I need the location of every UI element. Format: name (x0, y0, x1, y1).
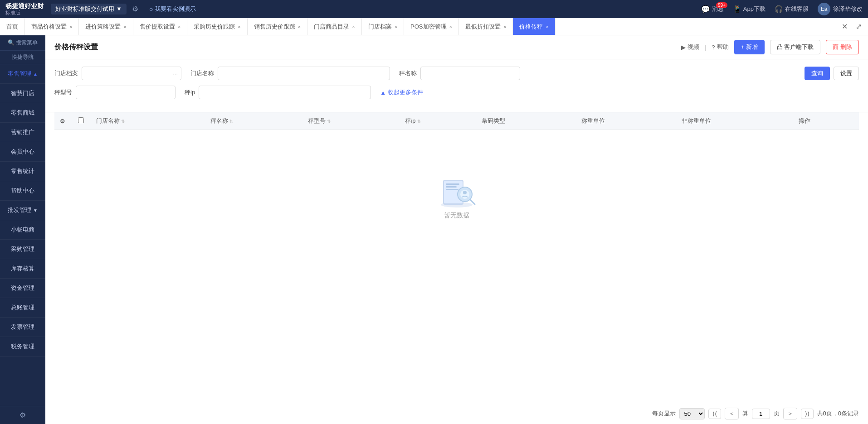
sidebar-item-marketing[interactable]: 营销推广 (0, 123, 45, 142)
sidebar-bottom: ⚙ (0, 406, 45, 424)
scale-model-input[interactable] (76, 86, 176, 99)
table-header-checkbox[interactable] (73, 112, 91, 130)
sidebar-item-inventory[interactable]: 库存核算 (0, 259, 45, 279)
table-header-gear[interactable]: ⚙ (54, 112, 73, 130)
add-button[interactable]: + 新增 (734, 40, 765, 54)
per-page-label: 每页显示 (652, 410, 676, 418)
tab-close-price-scale[interactable]: × (546, 24, 548, 29)
sidebar-item-retail-mall[interactable]: 零售商城 (0, 103, 45, 123)
table-header-scale-ip: 秤ip ⇅ (400, 112, 476, 130)
filter-scale-model: 秤型号 (54, 86, 176, 99)
tab-close-pos-manage[interactable]: × (449, 24, 452, 29)
tab-price-setting[interactable]: 商品价格设置 × (25, 18, 79, 35)
top-bar: 畅捷通好业财 标准版 好业财标准版交付试用 ▼ ⚙ ○ 我要看实例演示 💬 消息… (0, 0, 868, 18)
tab-store-archive[interactable]: 门店档案 × (362, 18, 404, 35)
tab-pos-manage[interactable]: POS加密管理 × (404, 18, 459, 35)
tab-bar-actions: ✕ ⤢ (839, 20, 868, 33)
sidebar-item-invoice[interactable]: 发票管理 (0, 318, 45, 337)
tab-close-sale-price[interactable]: × (178, 24, 180, 29)
sidebar-item-general-ledger[interactable]: 总账管理 (0, 298, 45, 318)
delete-button[interactable]: 面 删除 (826, 40, 859, 54)
prev-page-btn[interactable]: ＜ (725, 408, 739, 419)
tab-close-current[interactable]: ✕ (839, 20, 850, 33)
filter-store-archive-input-wrap: ··· (82, 67, 181, 80)
page-input[interactable] (752, 409, 770, 419)
dots-icon[interactable]: ··· (173, 70, 178, 77)
scale-name-input[interactable] (420, 67, 520, 80)
table-header-action: 操作 (793, 112, 859, 130)
video-link[interactable]: ▶ 视频 (681, 43, 699, 51)
logo-area: 畅捷通好业财 标准版 (5, 2, 44, 16)
last-page-btn[interactable]: ⟩⟩ (801, 409, 814, 419)
page-unit: 页 (774, 410, 780, 418)
user-area[interactable]: Ea 徐泽华修改 (818, 3, 863, 15)
tab-home[interactable]: 首页 (0, 18, 25, 35)
settings-icon[interactable]: ⚙ (132, 5, 138, 13)
filter-scale-ip-label: 秤ip (185, 88, 195, 96)
mobile-icon: 📱 (733, 5, 741, 13)
page-actions: ▶ 视频 | ? 帮助 + 新增 凸 客户端下载 面 删除 (681, 40, 859, 54)
tab-close-store-catalog[interactable]: × (352, 24, 355, 29)
select-all-checkbox[interactable] (78, 117, 84, 123)
store-archive-input[interactable] (82, 67, 181, 80)
tab-sale-price[interactable]: 售价提取设置 × (133, 18, 187, 35)
sidebar-item-purchase[interactable]: 采购管理 (0, 240, 45, 259)
setting-button[interactable]: 设置 (834, 67, 859, 80)
sort-icon-scale-ip[interactable]: ⇅ (417, 119, 421, 124)
tab-close-purchase-strategy[interactable]: × (123, 24, 126, 29)
version-select[interactable]: 好业财标准版交付试用 ▼ (51, 4, 127, 14)
tab-close-store-archive[interactable]: × (395, 24, 397, 29)
sidebar-item-small-ecom[interactable]: 小畅电商 (0, 220, 45, 240)
tab-close-price-setting[interactable]: × (69, 24, 72, 29)
collapse-button[interactable]: ▲ 收起更多条件 (380, 88, 423, 96)
tab-min-discount[interactable]: 最低折扣设置 × (459, 18, 513, 35)
top-bar-left: 畅捷通好业财 标准版 好业财标准版交付试用 ▼ ⚙ ○ 我要看实例演示 (5, 2, 196, 16)
download-button[interactable]: 凸 客户端下载 (770, 40, 821, 54)
tab-bar: 首页 商品价格设置 × 进价策略设置 × 售价提取设置 × 采购历史价跟踪 × … (0, 18, 868, 35)
tab-close-sale-history[interactable]: × (298, 24, 301, 29)
sort-icon-store-name[interactable]: ⇅ (121, 119, 125, 124)
first-page-btn[interactable]: ⟨⟨ (708, 409, 721, 419)
sidebar-item-retail-stats[interactable]: 零售统计 (0, 162, 45, 181)
demo-link[interactable]: ○ 我要看实例演示 (149, 5, 196, 13)
sidebar-item-member[interactable]: 会员中心 (0, 142, 45, 162)
sidebar-item-smart-store[interactable]: 智慧门店 (0, 84, 45, 103)
sidebar-item-finance[interactable]: 资金管理 (0, 279, 45, 298)
tab-close-min-discount[interactable]: × (503, 24, 506, 29)
store-name-input[interactable] (218, 67, 390, 80)
sidebar-item-wholesale[interactable]: 批发管理 ▼ (0, 201, 45, 220)
query-button[interactable]: 查询 (805, 67, 830, 80)
tab-price-scale[interactable]: 价格传秤 × (513, 18, 555, 35)
tab-expand[interactable]: ⤢ (853, 20, 864, 33)
svg-rect-3 (446, 183, 459, 185)
online-service-label: 在线客服 (785, 5, 809, 13)
sidebar-item-help[interactable]: 帮助中心 (0, 181, 45, 201)
sort-icon-scale-model[interactable]: ⇅ (327, 119, 331, 124)
tab-store-catalog[interactable]: 门店商品目录 × (307, 18, 361, 35)
message-group[interactable]: 💬 消息 99+ (701, 5, 724, 14)
logo-main: 畅捷通好业财 (5, 2, 44, 10)
sidebar-settings-icon[interactable]: ⚙ (20, 411, 26, 419)
table-body: 暂无数据 (54, 130, 859, 256)
divider: | (705, 44, 706, 51)
tab-purchase-history[interactable]: 采购历史价跟踪 × (187, 18, 247, 35)
sidebar-item-tax[interactable]: 税务管理 (0, 337, 45, 357)
svg-rect-4 (446, 186, 457, 188)
help-link[interactable]: ? 帮助 (712, 43, 728, 51)
filter-store-name-label: 门店名称 (190, 69, 214, 77)
main-layout: 🔍 搜索菜单 快捷导航 零售管理 ▲ 智慧门店 零售商城 营销推广 会员中心 (0, 35, 868, 424)
app-container: 畅捷通好业财 标准版 好业财标准版交付试用 ▼ ⚙ ○ 我要看实例演示 💬 消息… (0, 0, 868, 424)
table-header-scale-model: 秤型号 ⇅ (302, 112, 400, 130)
sidebar-item-retail[interactable]: 零售管理 ▲ (0, 64, 45, 84)
app-download-group[interactable]: 📱 App下载 (733, 5, 766, 13)
sort-icon-scale-name[interactable]: ⇅ (229, 119, 233, 124)
tab-purchase-strategy[interactable]: 进价策略设置 × (79, 18, 133, 35)
per-page-select[interactable]: 50 10 20 100 (679, 408, 705, 419)
sidebar-quick-nav[interactable]: 快捷导航 (0, 51, 45, 64)
tab-close-purchase-history[interactable]: × (238, 24, 240, 29)
tab-sale-history[interactable]: 销售历史价跟踪 × (248, 18, 307, 35)
online-service-group[interactable]: 🎧 在线客服 (775, 5, 809, 13)
sidebar-search[interactable]: 🔍 搜索菜单 (0, 35, 45, 51)
next-page-btn[interactable]: ＞ (783, 408, 797, 419)
scale-ip-input[interactable] (199, 86, 371, 99)
